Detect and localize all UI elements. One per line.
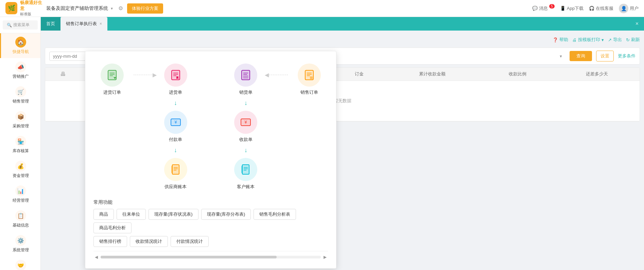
sidebar-item-finance[interactable]: 💰 资金管理 (0, 157, 40, 182)
message-item[interactable]: 💬 消息 5 (532, 5, 555, 12)
svg-rect-15 (243, 75, 248, 78)
finance-label: 资金管理 (13, 173, 29, 179)
sidebar-item-sales[interactable]: 🛒 销售管理 (0, 83, 40, 108)
arrow-down-pb: ↓ (160, 100, 191, 107)
svg-rect-28 (172, 165, 179, 174)
user-item[interactable]: 👤 用户 (619, 4, 639, 13)
enterprise-icon: 🤝 (15, 260, 26, 270)
online-service-label: 在线客服 (596, 5, 613, 12)
flow-modal: 进货订单 ▶ 进货单 (85, 51, 336, 269)
purchase-bill-icon (164, 64, 187, 87)
cf-btn-sales-ranking[interactable]: 销售排行榜 (93, 236, 127, 247)
modal-scrollbar: ◀ ▶ (93, 251, 328, 260)
cf-btn-sales-margin[interactable]: 销售毛利分析表 (254, 209, 296, 220)
svg-text:¥: ¥ (174, 120, 177, 125)
common-functions-title: 常用功能 (93, 199, 328, 205)
modal-overlay: 进货订单 ▶ 进货单 (41, 31, 644, 270)
common-function-buttons: 商品 往来单位 现存量(库存状况表) 现存量(库存分布表) 销售毛利分析表 商品… (93, 209, 328, 233)
payment-bill-icon: ¥ (164, 111, 187, 134)
tab-close-icon[interactable]: × (100, 21, 102, 26)
cf-btn-goods[interactable]: 商品 (93, 209, 114, 220)
system-title-area: 装备及固定资产辅助管理系统 ▾ ⚙ 体验行业方案 (46, 3, 532, 14)
purchase-order-label: 进货订单 (103, 89, 121, 95)
sales-order-label: 销售订单 (300, 89, 318, 95)
customer-ledger-label: 客户账本 (237, 184, 255, 190)
inventory-label: 库存核算 (13, 148, 29, 154)
operation-label: 经营管理 (13, 198, 29, 203)
customer-ledger-icon (234, 158, 257, 181)
cf-btn-inventory-status[interactable]: 现存量(库存状况表) (149, 209, 198, 220)
receipt-bill-icon: ¥ (234, 111, 257, 134)
sidebar-search-area[interactable]: 🔍 搜索菜单 (0, 17, 40, 33)
common-function-buttons-row2: 销售排行榜 收款情况统计 付款情况统计 (93, 236, 328, 247)
node-payment-bill[interactable]: ¥ 付款单 (160, 107, 191, 147)
gear-icon[interactable]: ⚙ (118, 5, 123, 12)
node-receipt-bill[interactable]: ¥ 收款单 (230, 107, 261, 147)
tab-bar: 首页 销售订单执行表 × × (41, 17, 644, 31)
app-download-item[interactable]: 📱 App下载 (560, 5, 584, 12)
search-icon: 🔍 (7, 23, 12, 28)
message-label: 消息 (539, 5, 548, 12)
cf-btn-inventory-dist[interactable]: 现存量(库存分布表) (201, 209, 251, 220)
cf-btn-goods-margin[interactable]: 商品毛利分析 (93, 222, 132, 233)
message-badge: 5 (549, 4, 555, 8)
basic-label: 基础信息 (13, 222, 29, 228)
scroll-left-btn[interactable]: ◀ (93, 254, 99, 260)
common-functions-section: 常用功能 商品 往来单位 现存量(库存状况表) 现存量(库存分布表) 销售毛利分… (93, 199, 328, 247)
user-name: 用户 (630, 5, 639, 12)
arrow-so-to-sb: ◀ (267, 75, 288, 85)
svg-text:¥: ¥ (244, 120, 247, 125)
node-customer-ledger[interactable]: 客户账本 (230, 154, 261, 194)
cf-btn-partner[interactable]: 往来单位 (117, 209, 146, 220)
download-icon: 📱 (560, 6, 565, 11)
purchase-label: 采购管理 (13, 123, 29, 129)
sidebar-item-enterprise[interactable]: 🤝 企业协同 (0, 256, 40, 270)
brand-name: 畅康通好生意 (20, 0, 46, 12)
sales-bill-icon (234, 64, 257, 87)
arrow-down-rec: ↓ (230, 147, 261, 154)
svg-rect-34 (242, 165, 249, 174)
sales-icon: 🛒 (15, 86, 26, 97)
node-purchase-bill[interactable]: 进货单 (160, 59, 191, 100)
svg-rect-6 (172, 70, 180, 80)
sidebar-item-purchase[interactable]: 📦 采购管理 (0, 108, 40, 132)
dropdown-icon[interactable]: ▾ (111, 6, 113, 11)
tab-sales-order[interactable]: 销售订单执行表 × (60, 17, 107, 31)
node-sales-order[interactable]: 销售订单 (294, 59, 325, 100)
arrow-po-to-pb: ▶ (134, 75, 154, 85)
sidebar-item-marketing[interactable]: 📣 营销推广 (0, 58, 40, 83)
app-download-label: App下载 (567, 5, 584, 12)
sidebar-item-system[interactable]: ⚙️ 系统管理 (0, 232, 40, 256)
arrow-down-sb: ↓ (230, 100, 261, 107)
operation-icon: 📊 (15, 185, 26, 196)
sidebar-item-inventory[interactable]: 🏪 库存核算 (0, 132, 40, 157)
sidebar-item-operation[interactable]: 📊 经营管理 (0, 182, 40, 207)
tab-bar-close-button[interactable]: × (630, 21, 644, 27)
brand-sub: 标准版 (20, 12, 46, 16)
main-content: 首页 销售订单执行表 × × ❓ 帮助 🖨 按模板打印 ▾ (41, 17, 644, 270)
node-purchase-order[interactable]: 进货订单 (97, 59, 128, 100)
scroll-right-btn[interactable]: ▶ (322, 254, 328, 260)
node-sales-bill[interactable]: 销货单 (230, 59, 261, 100)
receipt-bill-label: 收款单 (239, 137, 253, 143)
node-supplier-ledger[interactable]: 供应商账本 (160, 154, 191, 194)
payment-bill-label: 付款单 (169, 137, 182, 143)
sidebar-item-quick-nav[interactable]: 🏠 快捷导航 (0, 33, 40, 58)
cf-btn-receipt-stats[interactable]: 收款情况统计 (130, 236, 168, 247)
purchase-bill-label: 进货单 (169, 89, 182, 95)
scrollbar-track[interactable] (101, 256, 321, 258)
tab-home[interactable]: 首页 (41, 17, 60, 31)
sales-order-icon (298, 64, 321, 87)
cf-btn-payment-stats[interactable]: 付款情况统计 (171, 236, 209, 247)
sales-bill-label: 销货单 (239, 89, 253, 95)
tab-sales-order-label: 销售订单执行表 (66, 21, 97, 27)
online-service-item[interactable]: 🎧 在线客服 (589, 5, 613, 12)
logo: 🌿 畅康通好生意 标准版 (5, 0, 46, 16)
top-right: 💬 消息 5 📱 App下载 🎧 在线客服 👤 用户 (532, 4, 639, 13)
search-trigger[interactable]: 🔍 搜索菜单 (3, 20, 38, 30)
sidebar-item-basic[interactable]: 📋 基础信息 (0, 207, 40, 232)
quick-nav-label: 快捷导航 (13, 49, 29, 55)
scrollbar-thumb (101, 256, 277, 258)
experience-button[interactable]: 体验行业方案 (127, 3, 163, 14)
supplier-ledger-label: 供应商账本 (164, 184, 187, 190)
